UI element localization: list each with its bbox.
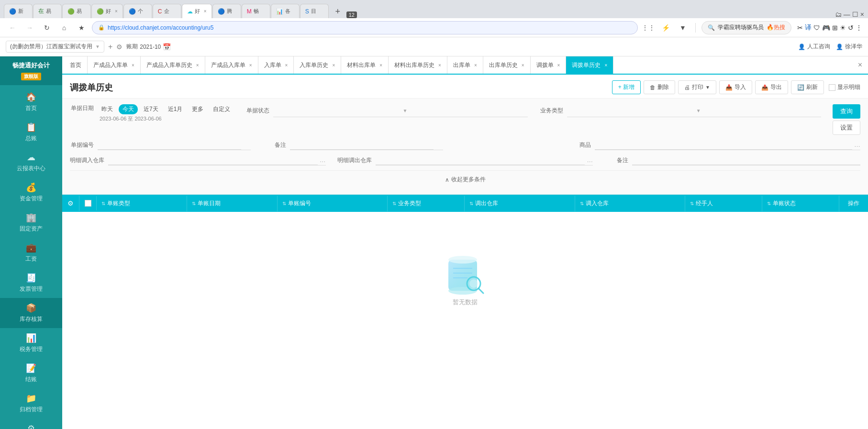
tab-close-panel-btn[interactable]: × — [854, 61, 866, 69]
remark-input[interactable] — [290, 140, 434, 150]
th-check[interactable] — [79, 196, 97, 210]
tab-close-7[interactable]: × — [204, 9, 207, 14]
detail-out-input[interactable] — [376, 155, 585, 165]
th-handler[interactable]: ⇅ 经手人 — [685, 196, 762, 211]
status-input[interactable] — [276, 106, 401, 115]
date-btn-7days[interactable]: 近7天 — [140, 104, 162, 114]
page-tab-out-order[interactable]: 出库单 × — [447, 56, 483, 74]
sidebar-item-invoice[interactable]: 🧾 发票管理 — [0, 268, 62, 298]
home-browser-btn[interactable]: ⌂ — [57, 21, 71, 34]
out-order-tab-close[interactable]: × — [474, 63, 477, 68]
browser-tab-8[interactable]: 🔵 腾 — [212, 4, 241, 18]
page-tab-prod-in-hist[interactable]: 产成品入库单历史 × — [141, 56, 205, 74]
browser-tab-2[interactable]: 在 易 — [33, 4, 62, 18]
sidebar-item-wages[interactable]: 💼 工资 — [0, 238, 62, 268]
sidebar-item-archive[interactable]: 📁 归档管理 — [0, 388, 62, 418]
material-out-tab-close[interactable]: × — [379, 63, 382, 68]
query-button[interactable]: 查询 — [833, 104, 860, 119]
sidebar-item-fixed-assets[interactable]: 🏢 固定资产 — [0, 208, 62, 238]
date-btn-more[interactable]: 更多 — [188, 104, 207, 114]
detail-in-input[interactable] — [108, 155, 318, 165]
print-btn[interactable]: 🖨 打印 ▼ — [678, 80, 716, 94]
browser-tools[interactable]: ✂ 译 🛡 🎮 ⊞ ☀ ↺ ⋮ — [797, 23, 862, 32]
th-status[interactable]: ⇅ 单账状态 — [762, 196, 839, 211]
show-cols-toggle[interactable]: 显示明细 — [829, 83, 860, 91]
th-out[interactable]: ⇅ 调出仓库 — [465, 196, 575, 211]
new-btn[interactable]: + 新增 — [612, 80, 641, 94]
browser-tab-11[interactable]: S 目 — [300, 4, 329, 18]
prod-in-hist-tab-close[interactable]: × — [196, 63, 199, 68]
browser-tab-1[interactable]: 🔵 新 — [4, 4, 33, 18]
restore-btn[interactable]: 🗂 — [835, 11, 842, 18]
sidebar-item-cloud-report[interactable]: ☁ 云报表中心 — [0, 147, 62, 177]
sidebar-item-close[interactable]: 📝 结账 — [0, 358, 62, 388]
refresh-browser-btn[interactable]: ↻ — [40, 21, 54, 34]
page-tab-material-out[interactable]: 材料出库单 × — [341, 56, 389, 74]
detail-out-more-icon[interactable]: … — [587, 156, 593, 164]
th-in[interactable]: ⇅ 调入仓库 — [575, 196, 686, 211]
th-no[interactable]: ⇅ 单账编号 — [278, 196, 388, 211]
th-type[interactable]: ⇅ 单账类型 — [97, 196, 187, 211]
browser-tab-4[interactable]: 🟢 好 × — [91, 4, 123, 18]
out-order-hist-tab-close[interactable]: × — [522, 63, 524, 68]
forward-btn[interactable]: → — [23, 21, 36, 34]
page-tab-material-out-hist[interactable]: 材料出库单历史 × — [389, 56, 447, 74]
page-tab-prod-in[interactable]: 产成品入库单 × — [88, 56, 141, 74]
th-gear[interactable]: ⚙ — [62, 196, 79, 211]
collapse-btn[interactable]: ∧ 收起更多条件 — [442, 173, 489, 187]
calendar-icon[interactable]: 📅 — [163, 43, 171, 51]
product-input[interactable] — [595, 140, 852, 150]
browser-tab-7[interactable]: ☁ 好 × — [182, 4, 212, 18]
browser-tab-6[interactable]: C 企 — [153, 4, 181, 18]
sidebar-item-fund[interactable]: 💰 资金管理 — [0, 177, 62, 208]
sidebar-item-inventory[interactable]: 📦 库存核算 — [0, 298, 62, 328]
date-btn-today[interactable]: 今天 — [119, 104, 138, 114]
page-tab-warehouse-in-hist[interactable]: 入库单历史 × — [294, 56, 341, 74]
browser-lightning-btn[interactable]: ⚡ — [659, 21, 672, 34]
add-company-btn[interactable]: + — [108, 43, 112, 51]
browser-expand-btn[interactable]: ▼ — [676, 21, 690, 34]
sidebar-item-tax[interactable]: 📊 税务管理 — [0, 328, 62, 358]
maximize-btn[interactable]: ☐ — [852, 11, 858, 18]
page-tab-prod-in2[interactable]: 产成品入库单 × — [205, 56, 258, 74]
tab-close-4[interactable]: × — [115, 9, 118, 14]
prod-in-tab-close[interactable]: × — [132, 63, 134, 68]
company-selector[interactable]: (勿删勿禁用）江西服宝测试专用 ▼ — [6, 41, 104, 53]
page-tab-home[interactable]: 首页 — [64, 56, 88, 74]
browser-tab-9[interactable]: M 畅 — [242, 4, 270, 18]
user-service-btn[interactable]: 👤 人工咨询 — [798, 43, 830, 51]
status-select[interactable]: ▼ — [273, 104, 527, 117]
browser-tab-3[interactable]: 🟢 易 — [62, 4, 91, 18]
browser-menu-btn[interactable]: ⋮⋮ — [642, 21, 655, 34]
date-btn-1month[interactable]: 近1月 — [164, 104, 187, 114]
detail-in-more-icon[interactable]: … — [320, 156, 326, 164]
page-tab-transfer-hist[interactable]: 调拨单历史 × — [566, 56, 613, 74]
product-more-icon[interactable]: … — [854, 141, 860, 148]
material-out-hist-tab-close[interactable]: × — [438, 63, 441, 68]
doc-no-input[interactable] — [98, 140, 241, 150]
refresh-btn[interactable]: 🔄 刷新 — [791, 80, 824, 94]
warehouse-in-hist-tab-close[interactable]: × — [332, 63, 335, 68]
warehouse-in-tab-close[interactable]: × — [285, 63, 288, 68]
note-input[interactable] — [632, 155, 860, 165]
user-avatar[interactable]: 👤 徐泽华 — [836, 43, 862, 51]
prod-in2-tab-close[interactable]: × — [249, 63, 252, 68]
set-button[interactable]: 设置 — [833, 121, 860, 135]
sidebar-item-basic[interactable]: ⚙ 基础设置 — [0, 418, 62, 429]
date-btn-custom[interactable]: 自定义 — [209, 104, 234, 114]
search-bar[interactable]: 🔍 学霸应聘场驱鸟员 🔥热搜 — [701, 21, 791, 34]
new-tab-button[interactable]: + — [331, 5, 345, 18]
transfer-tab-close[interactable]: × — [557, 63, 560, 68]
biz-type-input[interactable] — [570, 106, 694, 115]
address-bar[interactable]: 🔒 https://cloud.chanjet.com/accounting/u… — [92, 21, 638, 34]
header-checkbox[interactable] — [85, 200, 91, 207]
th-biz[interactable]: ⇅ 业务类型 — [388, 196, 465, 211]
th-date[interactable]: ⇅ 单账日期 — [187, 196, 278, 211]
bookmark-btn[interactable]: ★ — [75, 21, 88, 34]
transfer-hist-tab-close[interactable]: × — [604, 63, 607, 68]
biz-type-select[interactable]: ▼ — [567, 104, 821, 117]
page-tab-warehouse-in[interactable]: 入库单 × — [258, 56, 294, 74]
sidebar-item-home[interactable]: 🏠 首页 — [0, 87, 62, 117]
sidebar-item-ledger[interactable]: 📋 总账 — [0, 117, 62, 147]
close-btn[interactable]: × — [860, 11, 864, 18]
